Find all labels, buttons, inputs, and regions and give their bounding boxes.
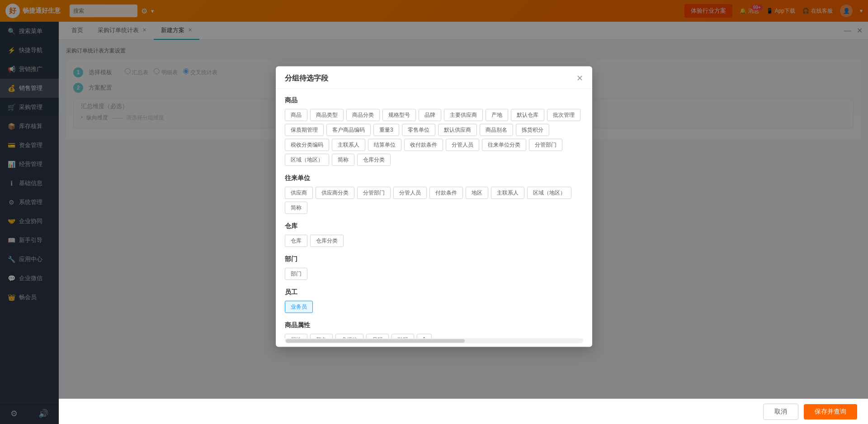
section-employee-title: 员工 [285, 288, 583, 296]
save-query-button[interactable]: 保存并查询 [804, 404, 857, 419]
field-tag-batch-mgmt[interactable]: 批次管理 [547, 109, 580, 121]
field-tag-weight[interactable]: 重量3 [373, 124, 399, 136]
field-tag-customer-code[interactable]: 客户商品编码 [326, 124, 371, 136]
section-counterpart-tags: 供应商 供应商分类 分管部门 分管人员 付款条件 地区 主联系人 区域（地区） … [285, 186, 583, 214]
dialog-close-button[interactable]: ✕ [576, 74, 583, 82]
field-tag-main-supplier[interactable]: 主要供应商 [444, 109, 483, 121]
section-product-attr: 商品属性 属性 颜色 多规格 尺码 鞋码 1 [285, 321, 583, 338]
field-tag-supervisor[interactable]: 分管人员 [446, 138, 479, 151]
field-tag-goods[interactable]: 商品 [285, 109, 307, 121]
field-tag-abbr-c[interactable]: 简称 [285, 201, 307, 214]
field-tag-main-contact[interactable]: 主联系人 [332, 138, 365, 151]
field-tag-salesperson[interactable]: 业务员 [285, 300, 313, 313]
section-warehouse: 仓库 仓库 仓库分类 [285, 222, 583, 247]
field-tag-attr[interactable]: 属性 [285, 333, 307, 338]
dialog-body: 商品 商品 商品类型 商品分类 规格型号 品牌 主要供应商 产地 默认仓库 批次… [276, 89, 592, 338]
field-tag-main-contact-c[interactable]: 主联系人 [491, 186, 524, 199]
field-tag-supplier-cat[interactable]: 供应商分类 [316, 186, 354, 199]
field-tag-default-supplier[interactable]: 默认供应商 [438, 124, 477, 136]
section-warehouse-title: 仓库 [285, 222, 583, 230]
field-tag-dept[interactable]: 分管部门 [529, 138, 562, 151]
section-product-attr-title: 商品属性 [285, 321, 583, 329]
dialog-title: 分组待选字段 [285, 73, 328, 83]
field-tag-shelf-life[interactable]: 保质期管理 [285, 124, 324, 136]
dialog-hscroll-thumb [286, 339, 465, 343]
field-tag-payment-terms[interactable]: 收付款条件 [404, 138, 443, 151]
footer-bar: 取消 保存并查询 [59, 399, 868, 424]
field-tag-warehouse-category-g[interactable]: 仓库分类 [357, 153, 391, 166]
field-tag-color[interactable]: 颜色 [310, 333, 333, 338]
section-department: 部门 部门 [285, 255, 583, 280]
field-tag-shoe-size[interactable]: 鞋码 [392, 333, 414, 338]
field-tag-warehouse-cat[interactable]: 仓库分类 [310, 234, 344, 247]
field-tag-default-warehouse[interactable]: 默认仓库 [511, 109, 544, 121]
field-tag-unit-category[interactable]: 往来单位分类 [482, 138, 526, 151]
section-goods-tags: 商品 商品类型 商品分类 规格型号 品牌 主要供应商 产地 默认仓库 批次管理 … [285, 109, 583, 166]
section-goods: 商品 商品 商品类型 商品分类 规格型号 品牌 主要供应商 产地 默认仓库 批次… [285, 96, 583, 166]
section-employee-tags: 业务员 [285, 300, 583, 313]
section-counterpart-title: 往来单位 [285, 174, 583, 182]
field-tag-region[interactable]: 区域（地区） [285, 153, 329, 166]
field-tag-supervisor-c[interactable]: 分管人员 [393, 186, 427, 199]
field-tag-department[interactable]: 部门 [285, 267, 307, 280]
field-tag-dept-c[interactable]: 分管部门 [357, 186, 391, 199]
field-tag-warehouse[interactable]: 仓库 [285, 234, 307, 247]
field-tag-brand[interactable]: 品牌 [419, 109, 441, 121]
section-counterpart: 往来单位 供应商 供应商分类 分管部门 分管人员 付款条件 地区 主联系人 区域… [285, 174, 583, 214]
dialog-horizontal-scrollbar[interactable] [285, 338, 583, 343]
field-tag-abbr[interactable]: 简称 [332, 153, 354, 166]
field-tag-region-c[interactable]: 地区 [466, 186, 488, 199]
field-tag-supplier[interactable]: 供应商 [285, 186, 313, 199]
field-tag-payment-c[interactable]: 付款条件 [429, 186, 463, 199]
field-tag-goods-alias[interactable]: 商品别名 [480, 124, 513, 136]
section-warehouse-tags: 仓库 仓库分类 [285, 234, 583, 247]
field-tag-origin[interactable]: 产地 [486, 109, 508, 121]
group-field-dialog: 分组待选字段 ✕ 商品 商品 商品类型 商品分类 规格型号 品牌 主要供应商 产… [276, 66, 592, 347]
field-tag-goods-type[interactable]: 商品类型 [310, 109, 344, 121]
field-tag-pick-points[interactable]: 拣货积分 [516, 124, 549, 136]
field-tag-attr-1[interactable]: 1 [417, 333, 432, 338]
field-tag-tax-code[interactable]: 税收分类编码 [285, 138, 329, 151]
field-tag-spec-model[interactable]: 规格型号 [382, 109, 416, 121]
field-tag-size[interactable]: 尺码 [366, 333, 389, 338]
field-tag-goods-category[interactable]: 商品分类 [346, 109, 380, 121]
section-employee: 员工 业务员 [285, 288, 583, 313]
field-tag-settlement-unit[interactable]: 结算单位 [368, 138, 401, 151]
section-department-title: 部门 [285, 255, 583, 263]
section-department-tags: 部门 [285, 267, 583, 280]
dialog-header: 分组待选字段 ✕ [276, 66, 592, 89]
field-tag-retail-unit[interactable]: 零售单位 [402, 124, 435, 136]
section-goods-title: 商品 [285, 96, 583, 104]
field-tag-area-c[interactable]: 区域（地区） [527, 186, 571, 199]
cancel-button[interactable]: 取消 [763, 404, 798, 420]
section-product-attr-tags: 属性 颜色 多规格 尺码 鞋码 1 [285, 333, 583, 338]
field-tag-multi-spec[interactable]: 多规格 [335, 333, 363, 338]
